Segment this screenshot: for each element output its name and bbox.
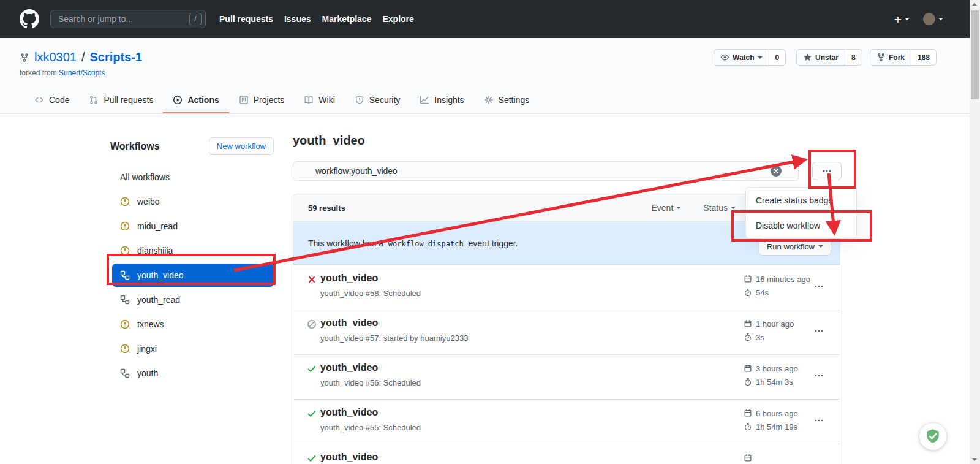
tab-wiki[interactable]: Wiki [294, 88, 344, 113]
nav-link-explore[interactable]: Explore [382, 14, 413, 24]
repo-name-link[interactable]: Scripts-1 [90, 50, 143, 64]
status-filter-dropdown[interactable]: Status [703, 203, 736, 213]
fork-group: Fork 188 [870, 49, 937, 66]
sidebar-item-label: txnews [137, 319, 164, 329]
run-options-kebab[interactable] [814, 326, 824, 336]
forked-from-link[interactable]: Sunert/Scripts [59, 69, 105, 77]
runs-filter-input[interactable] [293, 161, 799, 181]
run-description: youth_video #57: started by huamiyu2333 [320, 333, 468, 343]
run-title-link[interactable]: youth_video [320, 318, 378, 329]
fork-button[interactable]: Fork [870, 49, 911, 66]
unstar-button[interactable]: Unstar [796, 49, 845, 66]
sidebar-item-dianshijia[interactable]: dianshijia [108, 238, 274, 263]
workflow-options-menu: Create status badge Disable workflow [745, 187, 857, 238]
sidebar-item-txnews[interactable]: txnews [108, 312, 274, 337]
run-meta: 1 hour ago 3s [744, 317, 794, 344]
unstar-label: Unstar [815, 53, 839, 62]
github-logo-icon[interactable] [20, 9, 39, 29]
workflows-sidebar: Workflows New workflow All workflows wei… [108, 137, 274, 386]
watch-count[interactable]: 0 [769, 49, 786, 66]
stopwatch-icon [744, 288, 752, 297]
watch-group: Watch 0 [714, 49, 786, 66]
tab-pull-requests[interactable]: Pull requests [79, 88, 163, 113]
workflow-options-kebab-button[interactable] [812, 162, 842, 180]
kebab-horizontal-icon [822, 166, 832, 176]
sidebar-item-label: youth_read [137, 295, 180, 305]
run-meta: 6 hours ago 1h 54m 19s [744, 406, 798, 433]
adguard-extension-button[interactable] [919, 423, 946, 450]
status-filter-label: Status [703, 203, 728, 213]
results-filters: Event Status [651, 203, 736, 213]
menu-item-disable-workflow[interactable]: Disable workflow [746, 213, 856, 238]
run-time: 6 hours ago [756, 409, 798, 418]
user-menu-button[interactable] [923, 13, 943, 25]
run-meta [744, 451, 756, 464]
star-count[interactable]: 8 [845, 49, 862, 66]
code-icon [34, 95, 44, 105]
runs-search-row [293, 161, 840, 181]
fork-icon [876, 53, 886, 62]
results-count: 59 results [308, 203, 345, 213]
scrollbar-thumb[interactable] [971, 10, 979, 99]
fork-count[interactable]: 188 [911, 49, 937, 66]
avatar [923, 13, 935, 25]
repo-tab-bar: Code Pull requests Actions Projects Wiki… [24, 88, 539, 113]
new-workflow-button[interactable]: New workflow [209, 137, 274, 155]
run-row: youth_video youth_video #56: Scheduled 3… [293, 354, 840, 399]
nav-link-marketplace[interactable]: Marketplace [322, 14, 372, 24]
clear-filter-button[interactable] [771, 165, 782, 177]
run-workflow-button[interactable]: Run workflow [759, 237, 831, 256]
event-filter-label: Event [651, 203, 673, 213]
tab-security[interactable]: Security [345, 88, 410, 113]
sidebar-item-youth_video[interactable]: youth_video [112, 264, 274, 287]
run-title-link[interactable]: youth_video [320, 452, 378, 463]
scroll-down-arrow-icon[interactable] [972, 458, 977, 461]
sidebar-item-youth[interactable]: youth [108, 361, 274, 386]
tab-projects[interactable]: Projects [229, 88, 295, 113]
workflow-icon [120, 295, 130, 305]
repo-owner-link[interactable]: lxk0301 [34, 50, 77, 64]
global-search: / [50, 10, 206, 28]
nav-link-pull-requests[interactable]: Pull requests [219, 14, 273, 24]
calendar-icon [744, 275, 752, 283]
chevron-down-icon [938, 18, 943, 23]
run-title-link[interactable]: youth_video [320, 362, 378, 373]
navbar-links: Pull requests Issues Marketplace Explore [219, 14, 414, 24]
tab-pull-requests-label: Pull requests [104, 95, 153, 105]
tab-settings[interactable]: Settings [474, 88, 540, 113]
run-options-kebab[interactable] [814, 416, 824, 425]
sidebar-item-weibo[interactable]: weibo [108, 189, 274, 214]
run-title-link[interactable]: youth_video [320, 273, 378, 284]
tab-insights[interactable]: Insights [410, 88, 473, 113]
run-description: youth_video #55: Scheduled [320, 423, 421, 432]
nav-link-issues[interactable]: Issues [284, 14, 311, 24]
run-duration: 54s [756, 288, 769, 297]
sidebar-item-youth_read[interactable]: youth_read [108, 287, 274, 312]
scroll-up-arrow-icon[interactable] [972, 3, 977, 6]
vertical-scrollbar[interactable] [970, 0, 980, 464]
event-filter-dropdown[interactable]: Event [651, 203, 681, 213]
tab-settings-label: Settings [499, 95, 530, 105]
watch-button[interactable]: Watch [714, 49, 769, 66]
global-search-input[interactable] [50, 10, 206, 28]
run-options-kebab[interactable] [814, 371, 824, 381]
tab-actions[interactable]: Actions [163, 88, 228, 113]
run-title-link[interactable]: youth_video [320, 407, 378, 418]
sidebar-item-all-workflows[interactable]: All workflows [108, 165, 274, 189]
cancelled-icon [307, 319, 317, 329]
run-meta: 3 hours ago 1h 54m 3s [744, 362, 798, 389]
watch-label: Watch [733, 53, 755, 62]
pull-request-icon [89, 95, 99, 105]
sidebar-item-midu_read[interactable]: midu_read [108, 214, 274, 238]
chevron-down-icon [818, 245, 823, 250]
create-new-menu-button[interactable]: + [894, 13, 910, 26]
run-time: 3 hours ago [756, 364, 798, 373]
sidebar-item-jingxi[interactable]: jingxi [108, 337, 274, 361]
run-row: youth_video [293, 444, 840, 464]
chevron-down-icon [758, 56, 763, 61]
tab-code[interactable]: Code [24, 88, 79, 113]
menu-item-create-status-badge[interactable]: Create status badge [746, 188, 856, 213]
banner-code: workflow_dispatch [386, 240, 466, 248]
warning-icon [120, 197, 130, 207]
run-options-kebab[interactable] [814, 281, 824, 291]
